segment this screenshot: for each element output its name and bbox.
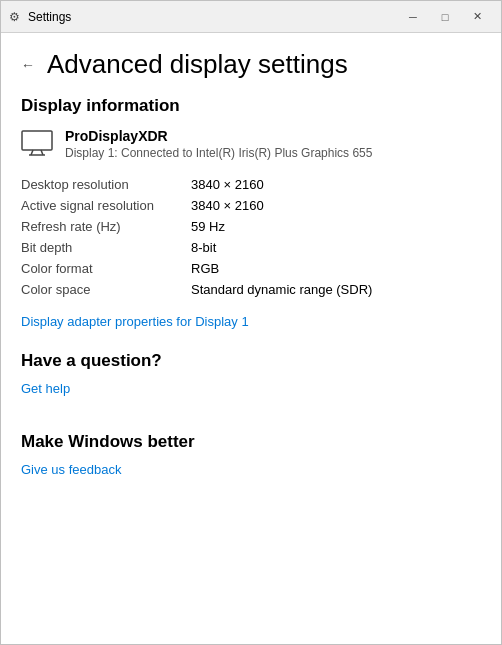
display-info-heading: Display information	[21, 96, 481, 116]
title-bar: ⚙ Settings ─ □ ✕	[1, 1, 501, 33]
table-row: Color formatRGB	[21, 258, 481, 279]
row-label: Color space	[21, 279, 191, 300]
table-row: Active signal resolution3840 × 2160	[21, 195, 481, 216]
page-header: ← Advanced display settings	[21, 49, 481, 80]
page-content: ← Advanced display settings Display info…	[1, 33, 501, 644]
better-heading: Make Windows better	[21, 432, 481, 452]
row-label: Active signal resolution	[21, 195, 191, 216]
maximize-button[interactable]: □	[429, 3, 461, 31]
title-bar-left: ⚙ Settings	[9, 10, 71, 24]
page-title: Advanced display settings	[47, 49, 348, 80]
row-value: 8-bit	[191, 237, 481, 258]
table-row: Bit depth8-bit	[21, 237, 481, 258]
back-button[interactable]: ←	[21, 57, 35, 73]
row-value: 3840 × 2160	[191, 195, 481, 216]
settings-window: ⚙ Settings ─ □ ✕ ← Advanced display sett…	[0, 0, 502, 645]
table-row: Refresh rate (Hz)59 Hz	[21, 216, 481, 237]
feedback-link[interactable]: Give us feedback	[21, 462, 121, 477]
display-info-table: Desktop resolution3840 × 2160Active sign…	[21, 174, 481, 300]
adapter-properties-link[interactable]: Display adapter properties for Display 1	[21, 314, 249, 329]
question-heading: Have a question?	[21, 351, 481, 371]
display-device: ProDisplayXDR Display 1: Connected to In…	[21, 128, 481, 160]
table-row: Desktop resolution3840 × 2160	[21, 174, 481, 195]
minimize-button[interactable]: ─	[397, 3, 429, 31]
row-value: RGB	[191, 258, 481, 279]
title-bar-title: Settings	[28, 10, 71, 24]
device-sub: Display 1: Connected to Intel(R) Iris(R)…	[65, 146, 372, 160]
svg-rect-0	[22, 131, 52, 150]
display-info-section: Display information ProDisplayXDR Displa…	[21, 96, 481, 347]
table-row: Color spaceStandard dynamic range (SDR)	[21, 279, 481, 300]
better-section: Make Windows better Give us feedback	[21, 432, 481, 495]
row-value: Standard dynamic range (SDR)	[191, 279, 481, 300]
get-help-link[interactable]: Get help	[21, 381, 70, 396]
device-name: ProDisplayXDR	[65, 128, 372, 144]
row-label: Bit depth	[21, 237, 191, 258]
row-value: 59 Hz	[191, 216, 481, 237]
row-value: 3840 × 2160	[191, 174, 481, 195]
device-info: ProDisplayXDR Display 1: Connected to In…	[65, 128, 372, 160]
row-label: Color format	[21, 258, 191, 279]
monitor-icon	[21, 130, 53, 156]
row-label: Refresh rate (Hz)	[21, 216, 191, 237]
title-bar-controls: ─ □ ✕	[397, 3, 493, 31]
settings-icon: ⚙	[9, 10, 20, 24]
close-button[interactable]: ✕	[461, 3, 493, 31]
row-label: Desktop resolution	[21, 174, 191, 195]
question-section: Have a question? Get help	[21, 351, 481, 414]
